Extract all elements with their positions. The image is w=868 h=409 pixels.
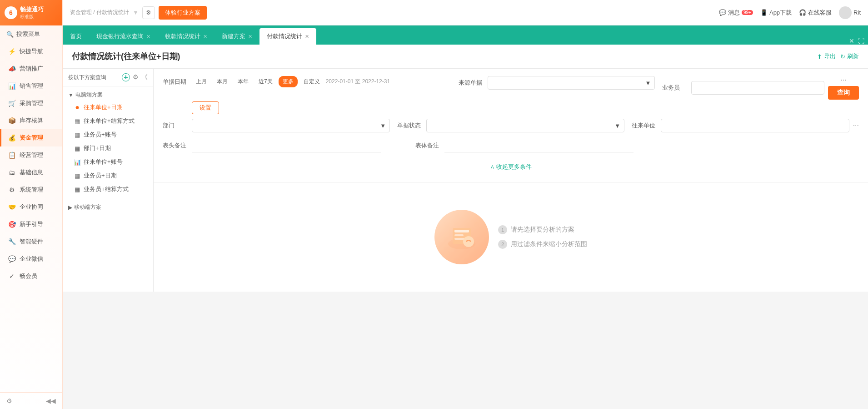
staff-label: 业务员 (662, 84, 688, 92)
sidebar-item-sales[interactable]: 📊 销售管理 (0, 77, 62, 95)
sidebar-item-quick-nav[interactable]: ⚡ 快捷导航 (0, 43, 62, 60)
member-icon: ✓ (8, 272, 16, 280)
dots-icon[interactable]: ··· (840, 76, 846, 84)
export-label: 导出 (824, 52, 836, 61)
tab-new-scheme-close[interactable]: ✕ (248, 34, 252, 40)
date-btn-this-year[interactable]: 本年 (234, 76, 253, 87)
tab-new-scheme[interactable]: 新建方案 ✕ (215, 28, 259, 45)
trial-button[interactable]: 体验行业方案 (159, 6, 207, 20)
sidebar-item-label: 资金管理 (20, 134, 43, 142)
body-note-label: 表体备注 (415, 141, 441, 150)
refresh-icon: ↻ (840, 53, 845, 60)
scheme-item-unit-account[interactable]: 📊 往来单位+账号 (63, 155, 153, 169)
header-note-filter-item: 表头备注 (163, 139, 381, 152)
source-select[interactable]: ▼ (488, 76, 655, 90)
search-menu-label: 搜索菜单 (16, 30, 40, 38)
breadcrumb: 资金管理 / 付款情况统计 (70, 9, 129, 16)
tab-payment-close[interactable]: ✕ (305, 34, 309, 40)
unit-select[interactable] (661, 119, 849, 132)
date-btn-7days[interactable]: 近7天 (254, 76, 277, 87)
sidebar-item-label: 企业微信 (20, 255, 43, 263)
scheme-item-label: 业务员+日期 (84, 172, 117, 180)
dept-select[interactable]: ▼ (192, 119, 390, 132)
page-title: 付款情况统计(往来单位+日期) (72, 51, 180, 62)
sidebar-item-cooperation[interactable]: 🤝 企业协同 (0, 198, 62, 216)
sidebar-collapse-icon[interactable]: ◀◀ (46, 397, 56, 404)
svg-rect-3 (454, 234, 464, 236)
sidebar-item-purchase[interactable]: 🛒 采购管理 (0, 95, 62, 112)
source-select-arrow: ▼ (645, 80, 651, 86)
app-name: 畅捷通巧 (20, 5, 44, 14)
operations-icon: 📋 (8, 151, 16, 159)
tab-payment-stats[interactable]: 付款情况统计 ✕ (259, 28, 316, 45)
tab-cash-flow[interactable]: 现金银行流水查询 ✕ (89, 28, 158, 45)
sidebar-item-inventory[interactable]: 📦 库存核算 (0, 112, 62, 129)
header-note-label: 表头备注 (163, 141, 188, 150)
tab-collection-close[interactable]: ✕ (203, 34, 207, 40)
scheme-item-dept-date[interactable]: ▦ 部门+日期 (63, 141, 153, 155)
tab-cash-flow-close[interactable]: ✕ (146, 34, 150, 40)
pc-group-header[interactable]: ▼ 电脑端方案 (63, 89, 153, 101)
topbar-settings-button[interactable]: ⚙ (142, 6, 155, 19)
doc-status-select[interactable]: ▼ (426, 119, 624, 132)
chevron-down-icon: ▼ (68, 92, 74, 98)
svg-rect-2 (454, 230, 469, 232)
scheme-item-staff-account[interactable]: ▦ 业务员+账号 (63, 128, 153, 141)
mobile-group-label: 移动端方案 (74, 203, 101, 211)
dept-select-arrow: ▼ (380, 122, 386, 129)
header-note-input[interactable] (192, 139, 381, 152)
step-2-label: 用过滤条件来缩小分析范围 (511, 240, 587, 248)
tab-minimize-icon[interactable]: ✕ (849, 37, 854, 45)
mobile-group-header[interactable]: ▶ 移动端方案 (63, 202, 153, 213)
add-scheme-button[interactable]: + (122, 73, 130, 81)
scheme-item-label: 往来单位+账号 (84, 158, 123, 166)
weixin-icon: 💬 (8, 255, 16, 263)
date-btn-custom[interactable]: 自定义 (299, 76, 324, 87)
tab-expand-icon[interactable]: ⛶ (858, 37, 864, 45)
sidebar-item-system[interactable]: ⚙ 系统管理 (0, 181, 62, 198)
scheme-settings-button[interactable]: ⚙ (133, 73, 139, 81)
doc-status-label: 单据状态 (397, 121, 423, 130)
scheme-item-staff-payment[interactable]: ▦ 业务员+结算方式 (63, 182, 153, 196)
sidebar-item-guide[interactable]: 🎯 新手引导 (0, 216, 62, 233)
search-menu[interactable]: 🔍 搜索菜单 (0, 25, 62, 43)
message-label: 消息 (728, 9, 740, 17)
query-button[interactable]: 查询 (828, 86, 859, 100)
sidebar-item-member[interactable]: ✓ 畅会员 (0, 268, 62, 285)
scheme-item-staff-date[interactable]: ▦ 业务员+日期 (63, 169, 153, 182)
left-panel: 按以下方案查询 + ⚙ 《 ▼ 电脑端方案 ● 往来单位+日期 (63, 69, 154, 292)
sidebar-item-label: 销售管理 (20, 82, 43, 90)
unit-dots-icon[interactable]: ··· (853, 121, 859, 130)
sidebar-settings-icon[interactable]: ⚙ (6, 397, 12, 404)
sidebar-item-operations[interactable]: 📋 经营管理 (0, 146, 62, 164)
tab-home[interactable]: 首页 (63, 28, 89, 45)
chevron-right-icon: ▶ (68, 204, 72, 211)
setup-button[interactable]: 设置 (192, 101, 219, 114)
left-panel-collapse-button[interactable]: 《 (141, 73, 148, 81)
tab-collection-stats[interactable]: 收款情况统计 ✕ (158, 28, 215, 45)
date-btn-more[interactable]: 更多 (279, 76, 298, 87)
sidebar-item-weixin[interactable]: 💬 企业微信 (0, 250, 62, 268)
doc-status-arrow: ▼ (614, 122, 620, 129)
left-panel-header: 按以下方案查询 + ⚙ 《 (63, 69, 153, 86)
collapse-more-button[interactable]: ∧ 收起更多条件 (163, 159, 859, 175)
staff-select[interactable] (691, 81, 824, 95)
refresh-button[interactable]: ↻ 刷新 (840, 52, 859, 61)
tab-collection-stats-label: 收款情况统计 (165, 32, 200, 40)
sidebar-item-capital[interactable]: 💰 资金管理 (0, 129, 62, 146)
sidebar-item-basic-info[interactable]: 🗂 基础信息 (0, 164, 62, 181)
message-item[interactable]: 💬 消息 99+ (719, 9, 753, 17)
app-download-item[interactable]: 📱 App下载 (760, 9, 792, 17)
online-service-item[interactable]: 🎧 在线客服 (799, 9, 832, 17)
body-note-input[interactable] (444, 139, 634, 152)
svg-point-7 (469, 240, 471, 242)
sidebar-item-marketing[interactable]: 📣 营销推广 (0, 60, 62, 77)
scheme-item-unit-payment[interactable]: ▦ 往来单位+结算方式 (63, 114, 153, 128)
date-btn-this-month[interactable]: 本月 (213, 76, 232, 87)
date-btn-last-month[interactable]: 上月 (192, 76, 211, 87)
export-button[interactable]: ⬆ 导出 (817, 52, 836, 61)
sidebar-item-hardware[interactable]: 🔧 智能硬件 (0, 233, 62, 250)
user-item[interactable]: Rit (839, 6, 861, 19)
sidebar-item-label: 库存核算 (20, 116, 43, 125)
scheme-item-unit-date[interactable]: ● 往来单位+日期 (63, 101, 153, 114)
